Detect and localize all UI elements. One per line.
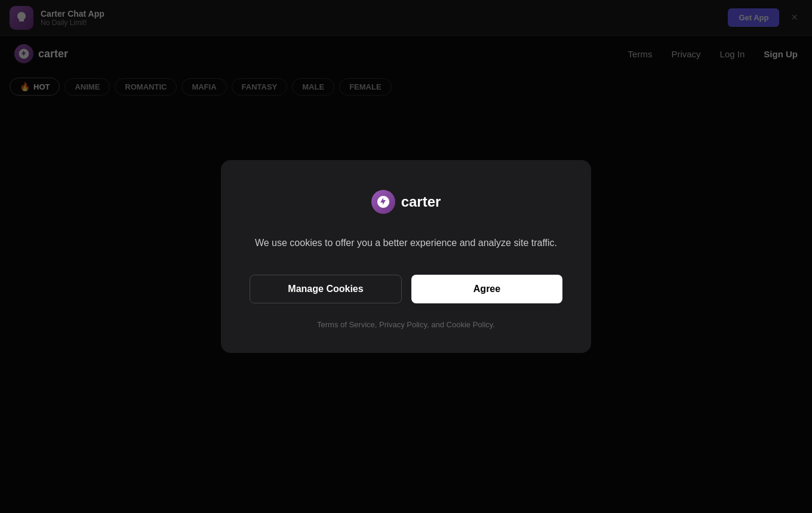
privacy-policy-link[interactable]: Privacy Policy [379, 320, 427, 329]
modal-logo: carter [371, 190, 441, 214]
footer-and: , and [427, 320, 444, 329]
cookie-buttons: Manage Cookies Agree [250, 275, 562, 303]
manage-cookies-button[interactable]: Manage Cookies [250, 275, 402, 303]
terms-of-service-link[interactable]: Terms of Service [317, 320, 375, 329]
modal-carter-svg [376, 195, 390, 209]
overlay: carter We use cookies to offer you a bet… [0, 0, 812, 513]
agree-button[interactable]: Agree [411, 275, 562, 303]
cookie-policy-link[interactable]: Cookie Policy [447, 320, 493, 329]
cookie-links: Terms of Service, Privacy Policy, and Co… [317, 320, 495, 329]
cookie-message: We use cookies to offer you a better exp… [255, 235, 557, 251]
footer-period: . [493, 320, 495, 329]
modal-logo-text: carter [401, 193, 441, 210]
modal-logo-icon [371, 190, 395, 214]
cookie-consent-modal: carter We use cookies to offer you a bet… [221, 160, 591, 353]
footer-comma: , [375, 320, 377, 329]
